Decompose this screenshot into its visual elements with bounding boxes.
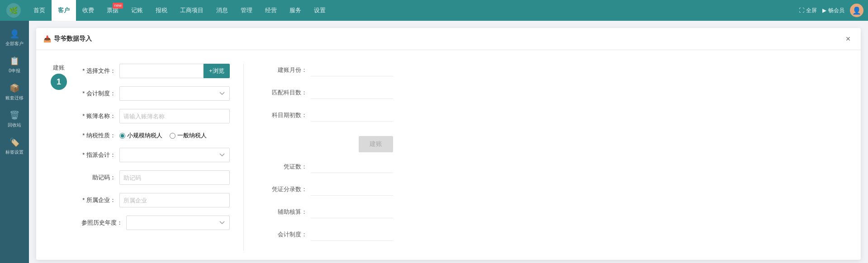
user-icon: 👤 bbox=[9, 29, 19, 39]
create-account-button[interactable]: 建账 bbox=[359, 136, 393, 152]
file-input[interactable] bbox=[119, 64, 204, 78]
nav-fee[interactable]: 收费 bbox=[76, 0, 100, 21]
dialog-header: 📥 导爷数据导入 × bbox=[36, 28, 861, 50]
info-period-label: 科目期初数： bbox=[266, 111, 307, 119]
small-taxpayer-radio[interactable] bbox=[119, 133, 125, 139]
tax-type-row: * 纳税性质： 小规模纳税人 一般纳税人 bbox=[80, 132, 230, 140]
nav-management[interactable]: 管理 bbox=[234, 0, 259, 21]
nav-bookkeeping[interactable]: 记账 bbox=[125, 0, 149, 21]
migration-icon: 📦 bbox=[9, 83, 19, 93]
history-year-label: 参照历史年度： bbox=[80, 219, 123, 227]
company-row: * 所属企业： bbox=[80, 193, 230, 207]
assign-accountant-row: * 指派会计： bbox=[80, 148, 230, 162]
company-label: * 所属企业： bbox=[80, 196, 116, 204]
sidebar: 👤 全部客户 📋 0申报 📦 账套迁移 🗑️ 回收站 🏷️ 标签设置 bbox=[0, 21, 29, 263]
memo-input[interactable] bbox=[119, 170, 230, 185]
info-month-label: 建账月份： bbox=[266, 66, 307, 74]
nav-message[interactable]: 消息 bbox=[210, 0, 234, 21]
info-voucher-entries-value bbox=[311, 183, 393, 196]
nav-invoice[interactable]: 票据 new bbox=[100, 0, 125, 21]
main-layout: 👤 全部客户 📋 0申报 📦 账套迁移 🗑️ 回收站 🏷️ 标签设置 📥 bbox=[0, 21, 868, 263]
memo-label: 助记码： bbox=[80, 174, 116, 182]
info-match-label: 匹配科目数： bbox=[266, 89, 307, 97]
sidebar-item-recycle[interactable]: 🗑️ 回收站 bbox=[0, 107, 29, 132]
memo-row: 助记码： bbox=[80, 170, 230, 185]
nav-service[interactable]: 服务 bbox=[283, 0, 308, 21]
trash-icon: 🗑️ bbox=[9, 110, 19, 120]
import-dialog: 📥 导爷数据导入 × 建账 1 bbox=[36, 28, 861, 260]
ledger-name-row: * 账簿名称： bbox=[80, 109, 230, 123]
sidebar-item-migration[interactable]: 📦 账套迁移 bbox=[0, 80, 29, 105]
info-voucher-value bbox=[311, 160, 393, 173]
step-text: 建账 bbox=[53, 64, 65, 72]
dialog-body: 建账 1 * 选择文件： +浏览 bbox=[36, 50, 861, 260]
tag-icon: 🏷️ bbox=[9, 137, 19, 147]
step-circle: 1 bbox=[51, 74, 67, 90]
info-aux-label: 辅助核算： bbox=[266, 208, 307, 216]
browse-button[interactable]: +浏览 bbox=[204, 64, 230, 78]
info-period-value bbox=[311, 109, 393, 122]
tax-type-label: * 纳税性质： bbox=[80, 132, 116, 140]
info-voucher-entries-label: 凭证分录数： bbox=[266, 185, 307, 193]
history-year-select[interactable] bbox=[126, 216, 230, 230]
dialog-title-text: 导爷数据导入 bbox=[54, 35, 92, 43]
file-select-row: * 选择文件： +浏览 bbox=[80, 64, 230, 78]
import-icon: 📥 bbox=[43, 35, 51, 42]
info-match-value bbox=[311, 86, 393, 99]
info-period-row: 科目期初数： bbox=[266, 109, 393, 122]
small-taxpayer-option[interactable]: 小规模纳税人 bbox=[119, 132, 162, 140]
logo-icon: 🌿 bbox=[6, 3, 21, 18]
sidebar-item-declaration[interactable]: 📋 0申报 bbox=[0, 52, 29, 78]
info-month-row: 建账月份： bbox=[266, 64, 393, 76]
top-navigation: 🌿 首页 客户 收费 票据 new 记账 报税 工商项目 消息 管理 bbox=[0, 0, 868, 21]
sidebar-item-all-customers[interactable]: 👤 全部客户 bbox=[0, 25, 29, 51]
nav-operation[interactable]: 经营 bbox=[259, 0, 283, 21]
company-input[interactable] bbox=[119, 193, 230, 207]
nav-menu: 首页 客户 收费 票据 new 记账 报税 工商项目 消息 管理 经营 bbox=[27, 0, 799, 21]
fullscreen-button[interactable]: ⛶ 全屏 bbox=[799, 7, 817, 14]
form-section: * 选择文件： +浏览 * 会计制度： bbox=[80, 64, 230, 238]
assign-accountant-label: * 指派会计： bbox=[80, 151, 116, 159]
ledger-name-input[interactable] bbox=[119, 109, 230, 123]
step-label-area: 建账 1 bbox=[45, 64, 72, 90]
tax-type-radio-group: 小规模纳税人 一般纳税人 bbox=[119, 132, 207, 140]
close-button[interactable]: × bbox=[843, 33, 854, 44]
info-acc-system-label: 会计制度： bbox=[266, 230, 307, 239]
info-month-value bbox=[311, 64, 393, 76]
nav-home[interactable]: 首页 bbox=[27, 0, 52, 21]
info-acc-system-value bbox=[311, 228, 393, 241]
accounting-system-row: * 会计制度： bbox=[80, 86, 230, 101]
info-acc-system-row: 会计制度： bbox=[266, 228, 393, 241]
general-taxpayer-radio[interactable] bbox=[170, 133, 175, 139]
vip-button[interactable]: ▶ 畅会员 bbox=[822, 7, 844, 14]
declaration-icon: 📋 bbox=[9, 56, 19, 66]
nav-tax[interactable]: 报税 bbox=[149, 0, 174, 21]
general-taxpayer-option[interactable]: 一般纳税人 bbox=[170, 132, 207, 140]
new-badge: new bbox=[113, 3, 123, 9]
assign-accountant-select[interactable] bbox=[119, 148, 230, 162]
info-match-row: 匹配科目数： bbox=[266, 86, 393, 99]
nav-business[interactable]: 工商项目 bbox=[174, 0, 210, 21]
step-section: 建账 1 * 选择文件： +浏览 bbox=[45, 64, 230, 251]
info-section: 建账月份： 匹配科目数： 科目期初数： 建账 bbox=[257, 64, 393, 251]
sidebar-item-tags[interactable]: 🏷️ 标签设置 bbox=[0, 134, 29, 159]
nav-settings[interactable]: 设置 bbox=[308, 0, 332, 21]
file-input-group: +浏览 bbox=[119, 64, 230, 78]
nav-right-area: ⛶ 全屏 ▶ 畅会员 👤 bbox=[799, 4, 863, 17]
logo[interactable]: 🌿 bbox=[5, 1, 23, 19]
file-label: * 选择文件： bbox=[80, 67, 116, 75]
create-btn-area: 建账 bbox=[266, 132, 393, 152]
vertical-divider bbox=[243, 64, 244, 251]
info-aux-row: 辅助核算： bbox=[266, 206, 393, 218]
info-aux-value bbox=[311, 206, 393, 218]
main-content: 📥 导爷数据导入 × 建账 1 bbox=[29, 21, 868, 263]
ledger-name-label: * 账簿名称： bbox=[80, 112, 116, 120]
dialog-title-area: 📥 导爷数据导入 bbox=[43, 35, 92, 43]
avatar[interactable]: 👤 bbox=[850, 4, 863, 17]
nav-customer[interactable]: 客户 bbox=[52, 0, 76, 21]
info-voucher-row: 凭证数： bbox=[266, 160, 393, 173]
accounting-system-label: * 会计制度： bbox=[80, 89, 116, 98]
history-year-row: 参照历史年度： bbox=[80, 216, 230, 230]
info-voucher-label: 凭证数： bbox=[266, 163, 307, 171]
accounting-system-select[interactable] bbox=[119, 86, 230, 101]
